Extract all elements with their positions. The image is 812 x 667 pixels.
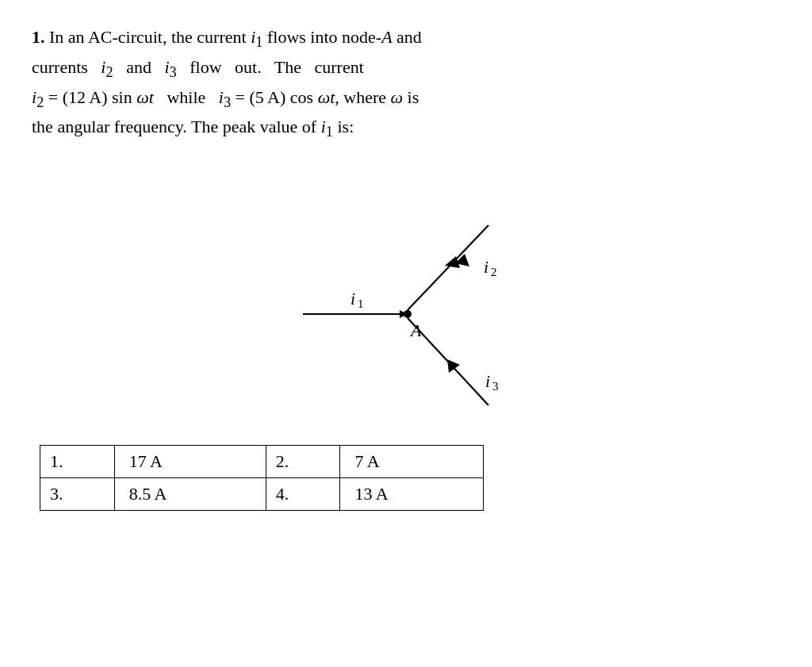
answer-4-num: 4. <box>266 478 340 511</box>
answer-row-2: 3. 8.5 A 4. 13 A <box>40 478 484 511</box>
answer-2-value: 7 A <box>340 446 484 478</box>
question-number: 1. <box>32 27 45 47</box>
i1-label: i <box>350 289 355 309</box>
i2-subscript: 2 <box>491 266 497 278</box>
i1-subscript: 1 <box>358 297 364 310</box>
question-text-part1: In an AC-circuit, the current i1 flows i… <box>49 27 422 47</box>
question-text-part4: the angular frequency. The peak value of… <box>32 117 354 136</box>
answer-2-num: 2. <box>266 446 340 478</box>
answer-1-num: 1. <box>40 446 115 478</box>
answer-4-value: 13 A <box>340 478 484 511</box>
answers-table: 1. 17 A 2. 7 A 3. 8.5 A 4. 13 A <box>40 445 484 511</box>
question-text-part2: currents i2 and i3 flow out. The current <box>32 57 364 77</box>
i3-subscript: 3 <box>492 380 499 393</box>
svg-line-2 <box>408 225 488 310</box>
circuit-diagram: i 1 A i 2 i 3 <box>32 167 780 429</box>
answer-1-value: 17 A <box>114 446 266 478</box>
i3-label: i <box>485 371 490 391</box>
svg-marker-6 <box>447 359 460 373</box>
question-text-part3: i2 = (12 A) sin ωt while i3 = (5 A) cos … <box>32 87 419 107</box>
i2-label: i <box>484 257 488 277</box>
answer-3-num: 3. <box>40 478 115 511</box>
answer-3-value: 8.5 A <box>114 478 266 511</box>
answer-row-1: 1. 17 A 2. 7 A <box>40 446 484 478</box>
node-dot <box>404 310 412 318</box>
circuit-svg: i 1 A i 2 i 3 <box>271 171 541 425</box>
question-block: 1. In an AC-circuit, the current i1 flow… <box>32 24 780 144</box>
